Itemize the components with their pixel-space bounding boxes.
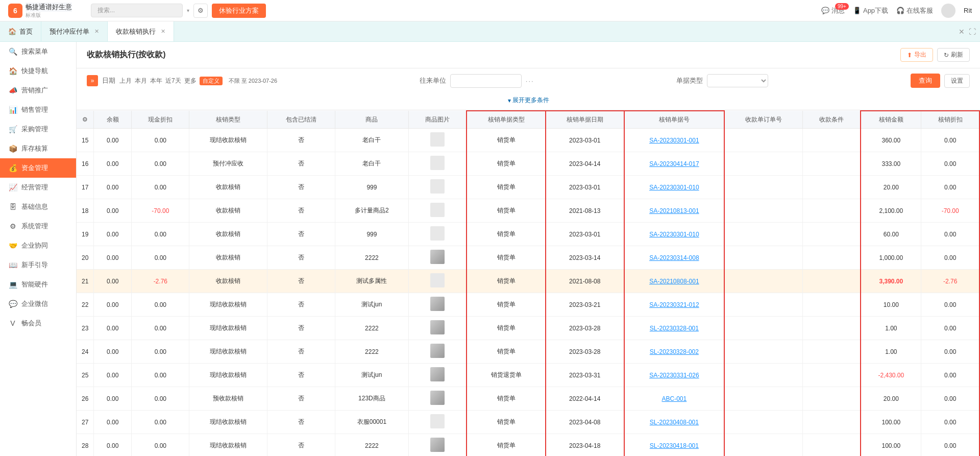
row-bill-type: 销货单 (467, 199, 545, 223)
row-bill-no[interactable]: SL-20230328-001 (624, 317, 724, 340)
row-bill-no[interactable]: SA-20210813-001 (624, 199, 724, 223)
row-bill-no[interactable]: SA-20230301-001 (624, 129, 724, 152)
sidebar-item-operations[interactable]: 📈 经营管理 (0, 178, 76, 197)
custom-date-btn[interactable]: 自定义 (200, 77, 223, 85)
product-img (430, 320, 445, 334)
tab-collection[interactable]: 收款核销执行 ✕ (108, 21, 174, 41)
row-product-img (408, 411, 467, 434)
row-id: 16 (77, 152, 94, 176)
filter-row-1: » 日期 上月 本月 本年 近7天 更多 自定义 不限 至 2023-07-26… (87, 74, 970, 88)
row-bill-no[interactable]: ABC-001 (624, 387, 724, 411)
row-bill-no[interactable]: SA-20210808-001 (624, 270, 724, 293)
row-type: 收款核销 (189, 270, 267, 293)
message-button[interactable]: 💬 消息 99+ (821, 6, 845, 15)
row-balance: 0.00 (94, 199, 132, 223)
sidebar-item-sales[interactable]: 📊 销售管理 (0, 100, 76, 119)
row-product: 老白干 (335, 129, 408, 152)
row-bill-no[interactable]: SA-20230321-012 (624, 293, 724, 317)
sidebar-item-search[interactable]: 🔍 搜索菜单 (0, 42, 76, 61)
row-bill-no[interactable]: SA-20230414-017 (624, 152, 724, 176)
row-bill-no[interactable]: SL-20230328-002 (624, 340, 724, 364)
query-button[interactable]: 查询 (911, 74, 940, 88)
row-product: 测试jun (335, 364, 408, 387)
date-7days[interactable]: 近7天 (165, 77, 181, 85)
three-dots-icon[interactable]: ··· (526, 77, 534, 85)
header-actions: ⬆ 导出 ↻ 刷新 (900, 48, 970, 62)
row-balance: 0.00 (94, 129, 132, 152)
top-center: 搜索... ▾ ⚙ 休验行业方案 (91, 4, 815, 18)
sales-icon: 📊 (8, 105, 17, 114)
row-product: 测试jun (335, 293, 408, 317)
row-order-no (724, 246, 802, 270)
sidebar-item-basic-info[interactable]: 🗄 基础信息 (0, 197, 76, 217)
sidebar-item-member[interactable]: V 畅会员 (0, 314, 76, 333)
row-bill-date: 2023-04-18 (546, 434, 624, 457)
expand-button[interactable]: » (87, 75, 98, 86)
sidebar-item-collab[interactable]: 🤝 企业协同 (0, 236, 76, 255)
row-type: 现结收款核销 (189, 340, 267, 364)
row-balance: 0.00 (94, 411, 132, 434)
tab-home[interactable]: 🏠 首页 (0, 21, 41, 41)
sidebar-item-finance[interactable]: 💰 资金管理 (0, 158, 76, 178)
settings-button[interactable]: 设置 (944, 74, 970, 88)
export-button[interactable]: ⬆ 导出 (900, 48, 933, 62)
service-link[interactable]: 🎧 在线客服 (896, 6, 933, 15)
col-bill-type: 核销单据类型 (467, 111, 545, 129)
row-bill-no[interactable]: SA-20230301-010 (624, 176, 724, 199)
avatar (941, 4, 955, 18)
date-more[interactable]: 更多 (184, 77, 197, 85)
row-payment-condition (802, 176, 861, 199)
row-cash-discount: 0.00 (132, 387, 189, 411)
row-bill-no[interactable]: SA-20230301-010 (624, 223, 724, 246)
row-id: 27 (77, 411, 94, 434)
row-bill-no[interactable]: SA-20230331-026 (624, 364, 724, 387)
tab-prepayment[interactable]: 预付冲应付单 ✕ (41, 21, 108, 41)
sidebar-item-system[interactable]: ⚙ 系统管理 (0, 217, 76, 236)
maximize-icon[interactable]: ⛶ (969, 28, 976, 36)
refresh-button[interactable]: ↻ 刷新 (937, 48, 970, 62)
row-order-no (724, 176, 802, 199)
row-bill-no[interactable]: SA-20230314-008 (624, 246, 724, 270)
row-product-img (408, 387, 467, 411)
row-cash-discount: 0.00 (132, 176, 189, 199)
row-product: 衣服00001 (335, 411, 408, 434)
col-type: 核销类型 (189, 111, 267, 129)
sidebar-item-marketing[interactable]: 📣 营销推广 (0, 81, 76, 100)
row-product: 老白干 (335, 152, 408, 176)
industry-button[interactable]: 休验行业方案 (212, 4, 266, 18)
sidebar-item-purchase[interactable]: 🛒 采购管理 (0, 119, 76, 139)
sidebar-item-hardware[interactable]: 💻 智能硬件 (0, 275, 76, 294)
sidebar-item-quicknav[interactable]: 🏠 快捷导航 (0, 61, 76, 81)
close-icon[interactable]: ✕ (161, 28, 165, 35)
bill-type-select[interactable] (707, 74, 768, 87)
row-product: 999 (335, 223, 408, 246)
chevron-down-icon[interactable]: ▾ (187, 8, 189, 13)
top-right: 💬 消息 99+ 📱 App下载 🎧 在线客服 Rit (821, 4, 972, 18)
product-img (430, 156, 445, 170)
row-discount: 0.00 (921, 129, 979, 152)
sidebar-item-inventory[interactable]: 📦 库存核算 (0, 139, 76, 158)
app-download-link[interactable]: 📱 App下载 (853, 6, 888, 15)
row-cash-discount: 0.00 (132, 129, 189, 152)
date-last-month[interactable]: 上月 (119, 77, 132, 85)
row-product-img (408, 434, 467, 457)
date-this-year[interactable]: 本年 (150, 77, 162, 85)
row-settled: 否 (267, 270, 335, 293)
date-this-month[interactable]: 本月 (135, 77, 147, 85)
expand-more-btn[interactable]: ▾ 展开更多条件 (508, 96, 549, 105)
row-id: 24 (77, 340, 94, 364)
row-amount: -2,430.00 (861, 364, 921, 387)
col-bill-no: 核销单据号 (624, 111, 724, 129)
message-badge: 99+ (835, 3, 849, 10)
row-id: 22 (77, 293, 94, 317)
from-unit-input[interactable] (450, 74, 522, 88)
sidebar-item-wechat[interactable]: 💬 企业微信 (0, 294, 76, 314)
search-input[interactable]: 搜索... (91, 4, 183, 17)
sidebar-item-guide[interactable]: 📖 新手引导 (0, 255, 76, 275)
row-bill-no[interactable]: SL-20230418-001 (624, 434, 724, 457)
close-window-icon[interactable]: ✕ (959, 28, 965, 36)
row-product-img (408, 129, 467, 152)
gear-icon[interactable]: ⚙ (193, 4, 208, 18)
close-icon[interactable]: ✕ (94, 28, 99, 35)
row-bill-no[interactable]: SL-20230408-001 (624, 411, 724, 434)
